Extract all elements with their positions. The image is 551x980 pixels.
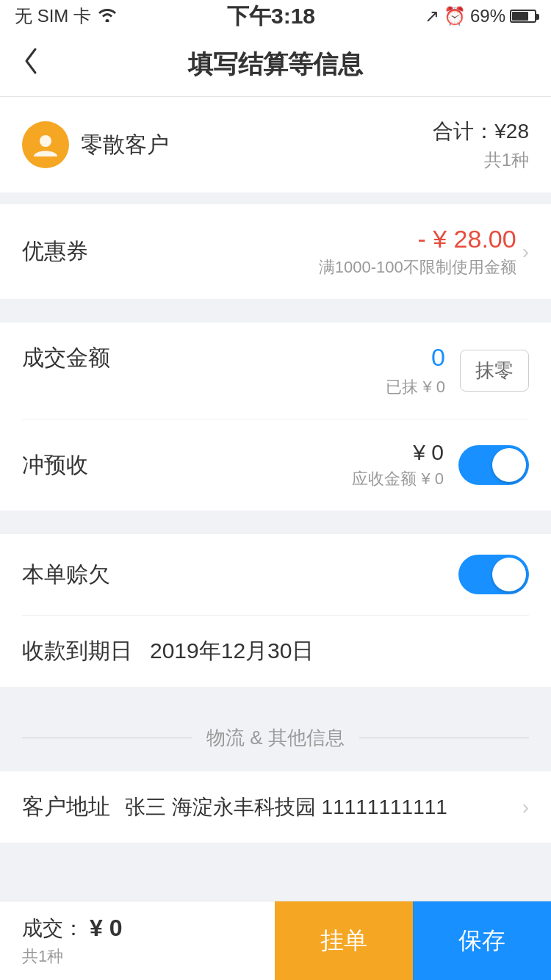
- credit-card: 本单赊欠 收款到期日 2019年12月30日: [0, 534, 551, 687]
- prepay-right: ¥ 0 应收金额 ¥ 0: [352, 440, 529, 490]
- logistics-label: 物流 & 其他信息: [206, 725, 345, 751]
- coupon-card: 优惠券 - ¥ 28.00 满1000-100不限制使用金额 ›: [0, 204, 551, 299]
- deal-right: 0 已抹 ¥ 0 抹零: [386, 343, 529, 398]
- wifi-icon: [97, 6, 118, 26]
- prepay-label: 冲预收: [22, 450, 88, 480]
- due-date-row[interactable]: 收款到期日 2019年12月30日: [0, 616, 551, 687]
- content-area: 零散客户 合计：¥28 共1种 优惠券 - ¥ 28.00 满1000-100不…: [0, 97, 551, 943]
- section-separator-4: [0, 765, 551, 771]
- bottom-buttons: 挂单 保存: [275, 901, 551, 980]
- coupon-right: - ¥ 28.00 满1000-100不限制使用金额 ›: [319, 225, 529, 278]
- customer-left: 零散客户: [22, 121, 169, 168]
- chevron-right-icon: ›: [522, 240, 529, 264]
- save-button[interactable]: 保存: [413, 901, 551, 980]
- logistics-line-right: [359, 738, 529, 738]
- section-separator-3: [0, 699, 551, 710]
- bottom-bar: 成交： ¥ 0 共1种 挂单 保存: [0, 901, 551, 980]
- due-date-value: 2019年12月30日: [150, 636, 314, 666]
- prepay-amount: ¥ 0: [352, 440, 444, 465]
- status-right: ↗ ⏰ 69%: [425, 6, 536, 26]
- credit-toggle-knob: [492, 558, 526, 591]
- due-date-label: 收款到期日: [22, 636, 132, 666]
- deal-amount-value: 0: [386, 343, 445, 372]
- credit-toggle[interactable]: [458, 555, 529, 594]
- sim-label: 无 SIM 卡: [15, 4, 91, 28]
- battery-icon: [510, 10, 536, 23]
- prepay-value-area: ¥ 0 应收金额 ¥ 0: [352, 440, 444, 490]
- hold-button[interactable]: 挂单: [275, 901, 413, 980]
- logistics-divider: 物流 & 其他信息: [22, 725, 529, 751]
- customer-count: 共1种: [433, 148, 529, 172]
- toggle-knob: [492, 448, 526, 482]
- section-separator-1: [0, 311, 551, 323]
- customer-total: 合计：¥28: [433, 118, 529, 145]
- nav-bar: 填写结算等信息: [0, 32, 551, 97]
- deal-amount-card: 成交金额 0 已抹 ¥ 0 抹零 冲预收 ¥ 0 应收金额 ¥ 0: [0, 323, 551, 511]
- location-icon: ↗: [425, 6, 439, 26]
- address-label: 客户地址: [22, 792, 110, 822]
- deal-value-area: 0 已抹 ¥ 0: [386, 343, 445, 398]
- bottom-summary: 成交： ¥ 0 共1种: [0, 915, 275, 968]
- coupon-discount: - ¥ 28.00: [319, 225, 516, 253]
- credit-row: 本单赊欠: [0, 534, 551, 615]
- battery-percent: 69%: [470, 6, 505, 26]
- logistics-line-left: [22, 738, 192, 738]
- deal-already: 已抹 ¥ 0: [386, 376, 445, 398]
- prepay-receivable: 应收金额 ¥ 0: [352, 468, 444, 490]
- bottom-count: 共1种: [22, 945, 253, 968]
- deal-amount-label: 成交金额: [22, 343, 110, 373]
- alarm-icon: ⏰: [444, 6, 466, 26]
- back-button[interactable]: [22, 46, 40, 82]
- address-row[interactable]: 客户地址 张三 海淀永丰科技园 11111111111 ›: [0, 771, 551, 843]
- status-time: 下午3:18: [227, 1, 315, 32]
- customer-row[interactable]: 零散客户 合计：¥28 共1种: [0, 97, 551, 192]
- prepay-toggle[interactable]: [458, 445, 529, 485]
- logistics-section: 物流 & 其他信息: [0, 710, 551, 765]
- status-bar: 无 SIM 卡 下午3:18 ↗ ⏰ 69%: [0, 0, 551, 32]
- page-title: 填写结算等信息: [188, 48, 363, 82]
- coupon-info: - ¥ 28.00 满1000-100不限制使用金额: [319, 225, 516, 278]
- status-left: 无 SIM 卡: [15, 4, 118, 28]
- section-separator-2: [0, 522, 551, 534]
- round-zero-button[interactable]: 抹零: [460, 350, 529, 392]
- customer-avatar: [22, 121, 69, 168]
- prepay-row: 冲预收 ¥ 0 应收金额 ¥ 0: [0, 419, 551, 511]
- customer-card: 零散客户 合计：¥28 共1种: [0, 97, 551, 192]
- bottom-deal-amount: ¥ 0: [90, 915, 122, 942]
- address-value: 张三 海淀永丰科技园 11111111111: [125, 793, 508, 821]
- deal-amount-row: 成交金额 0 已抹 ¥ 0 抹零: [0, 323, 551, 419]
- address-card: 客户地址 张三 海淀永丰科技园 11111111111 ›: [0, 771, 551, 843]
- svg-point-0: [40, 135, 51, 147]
- credit-label: 本单赊欠: [22, 560, 110, 590]
- bottom-deal: 成交： ¥ 0: [22, 915, 253, 943]
- coupon-desc: 满1000-100不限制使用金额: [319, 256, 516, 278]
- bottom-deal-prefix: 成交：: [22, 915, 84, 943]
- customer-name: 零散客户: [81, 130, 169, 160]
- customer-total-area: 合计：¥28 共1种: [433, 118, 529, 172]
- coupon-label: 优惠券: [22, 237, 88, 267]
- address-chevron-icon: ›: [522, 796, 529, 819]
- coupon-row[interactable]: 优惠券 - ¥ 28.00 满1000-100不限制使用金额 ›: [0, 204, 551, 299]
